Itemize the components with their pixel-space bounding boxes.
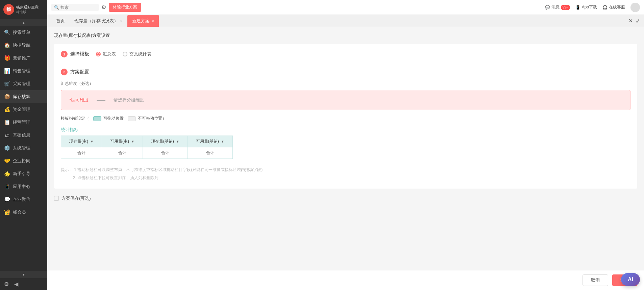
- inventory-icon: 📦: [4, 94, 10, 100]
- sidebar-item-wechat[interactable]: 💬 企业微信: [0, 193, 47, 206]
- dimension-placeholder: 请选择分组维度: [114, 97, 144, 103]
- tab-inventory[interactable]: 现存量（库存状况表） ×: [70, 15, 127, 27]
- tab-inventory-close[interactable]: ×: [120, 19, 122, 23]
- step1-section: 1 选择模板 汇总表 交叉统计表: [61, 51, 630, 57]
- cancel-button[interactable]: 取消: [583, 274, 608, 286]
- stats-col-2[interactable]: 可用量(主) ▼: [102, 136, 143, 147]
- message-label: 消息: [551, 4, 560, 10]
- step2-title: 方案配置: [70, 69, 89, 75]
- radio-cross[interactable]: 交叉统计表: [123, 51, 151, 57]
- stats-col-3[interactable]: 现存量(基辅) ▼: [143, 136, 188, 147]
- sidebar-item-marketing[interactable]: 🎁 营销推广: [0, 52, 47, 65]
- draggable-indicator: 可拖动位置: [93, 116, 124, 121]
- sidebar-item-label: 新手引导: [13, 171, 30, 177]
- save-checkbox[interactable]: [54, 196, 59, 201]
- sidebar-item-guide[interactable]: 🌟 新手引导: [0, 167, 47, 180]
- sidebar-item-finance[interactable]: 💰 资金管理: [0, 103, 47, 116]
- stats-cell-1: 合计: [61, 147, 102, 159]
- tab-new-plan[interactable]: 新建方案 ×: [127, 15, 159, 27]
- sidebar-item-quick-nav[interactable]: 🏠 快捷导航: [0, 39, 47, 52]
- search-input[interactable]: [60, 5, 91, 10]
- operations-icon: 📋: [4, 119, 10, 125]
- sidebar-item-label: 库存核算: [13, 94, 30, 100]
- draggable-label: 可拖动位置: [103, 116, 124, 121]
- stats-table: 现存量(主) ▼ 可用量(主) ▼: [61, 136, 233, 159]
- topbar-right: 💬 消息 99+ 📱 App下载 🎧 在线客服: [545, 3, 640, 12]
- step1-title: 选择模板: [70, 51, 89, 57]
- tip-1: 1.拖动标题栏可以调整布局，不可跨维度或指标区域拖动栏目字段(只能在同一维度或指…: [74, 167, 263, 172]
- stats-cell-3: 合计: [143, 147, 188, 159]
- stats-col-3-label: 现存量(基辅): [151, 139, 174, 144]
- chevron-down-icon-4: ▼: [221, 140, 224, 143]
- page-content: 现存量(库存状况表)方案设置 1 选择模板 汇总表 交叉统计表: [47, 27, 644, 270]
- logo-icon: 畅: [3, 4, 14, 15]
- stats-col-1[interactable]: 现存量(主) ▼: [61, 136, 102, 147]
- stats-col-4[interactable]: 可用量(基辅) ▼: [188, 136, 232, 147]
- template-indicator-label: 模板指标设定（: [61, 116, 89, 121]
- sidebar-item-label: 企业协同: [13, 158, 30, 164]
- sidebar-item-label: 畅会员: [13, 209, 26, 215]
- stats-data-row: 合计 合计 合计 合计: [61, 147, 233, 159]
- sidebar-item-label: 资金管理: [13, 106, 30, 113]
- sidebar-item-purchase[interactable]: 🛒 采购管理: [0, 77, 47, 90]
- stats-title: 统计指标: [61, 127, 630, 133]
- industry-btn[interactable]: 体验行业方案: [109, 3, 141, 12]
- purchase-icon: 🛒: [4, 81, 10, 87]
- main-area: 🔍 ⚙ 体验行业方案 💬 消息 99+ 📱 App下载 🎧 在线客服 首页: [47, 0, 644, 290]
- settings-icon[interactable]: ⚙: [4, 281, 9, 287]
- sidebar-item-sales[interactable]: 📊 销售管理: [0, 65, 47, 77]
- ai-fab-button[interactable]: Ai: [621, 273, 640, 286]
- app-download-icon: 📱: [575, 5, 580, 10]
- tab-close-btn[interactable]: ✕: [628, 18, 633, 24]
- radio-cross-label: 交叉统计表: [129, 51, 151, 57]
- dimension-area[interactable]: *纵向维度 —— 请选择分组维度: [61, 90, 630, 110]
- guide-icon: 🌟: [4, 171, 10, 177]
- tab-home[interactable]: 首页: [51, 15, 70, 27]
- non-draggable-label: 不可拖动位置）: [138, 116, 166, 121]
- user-avatar[interactable]: [630, 3, 640, 12]
- stats-col-4-label: 可用量(基辅): [196, 139, 219, 144]
- topbar-settings-icon[interactable]: ⚙: [101, 4, 106, 10]
- sidebar-item-label: 系统管理: [13, 145, 30, 151]
- base-info-icon: 🗂: [4, 132, 10, 138]
- sidebar-item-label: 快捷导航: [13, 42, 30, 48]
- tabs-actions: ✕ ⤢: [628, 18, 640, 24]
- tip-2: 2. 点击标题栏下拉可设置排序、插入列和删除列: [61, 174, 630, 182]
- system-icon: ⚙️: [4, 145, 10, 151]
- sidebar-item-inventory[interactable]: 📦 库存核算: [0, 90, 47, 103]
- radio-summary[interactable]: 汇总表: [96, 51, 116, 57]
- member-icon: 👑: [4, 209, 10, 215]
- sidebar-item-system[interactable]: ⚙️ 系统管理: [0, 142, 47, 154]
- sidebar-item-app-center[interactable]: 📱 应用中心: [0, 180, 47, 193]
- sidebar-item-operations[interactable]: 📋 经营管理: [0, 116, 47, 129]
- tips-section: 提示： 1.拖动标题栏可以调整布局，不可跨维度或指标区域拖动栏目字段(只能在同一…: [61, 166, 630, 182]
- radio-summary-circle: [96, 52, 101, 56]
- section-divider: [61, 63, 630, 63]
- sidebar-item-label: 经营管理: [13, 119, 30, 125]
- sidebar-scroll-up[interactable]: ▲: [0, 19, 47, 26]
- app-download-btn[interactable]: 📱 App下载: [575, 4, 597, 10]
- tab-new-plan-close[interactable]: ×: [152, 19, 154, 23]
- step1-badge: 1: [61, 51, 68, 57]
- template-radio-group: 汇总表 交叉统计表: [96, 51, 151, 57]
- sales-icon: 📊: [4, 68, 10, 74]
- sidebar-bottom: ⚙ ◀: [0, 278, 47, 290]
- sidebar: 畅 畅康通好生意 标准版 ▲ 🔍 搜索菜单 🏠 快捷导航 🎁 营销推广 📊 销售…: [0, 0, 47, 290]
- sidebar-scroll-down[interactable]: ▼: [0, 271, 47, 278]
- tab-bar: 首页 现存量（库存状况表） × 新建方案 × ✕ ⤢: [47, 15, 644, 27]
- save-option: 方案保存(可选): [54, 195, 637, 201]
- collapse-icon[interactable]: ◀: [14, 281, 18, 287]
- online-service-btn[interactable]: 🎧 在线客服: [602, 4, 625, 10]
- sidebar-item-label: 营销推广: [13, 55, 30, 61]
- finance-icon: 💰: [4, 106, 10, 113]
- template-indicator: 模板指标设定（ 可拖动位置 不可拖动位置）: [61, 116, 630, 121]
- sidebar-item-enterprise[interactable]: 🤝 企业协同: [0, 154, 47, 167]
- message-btn[interactable]: 💬 消息 99+: [545, 4, 570, 10]
- sidebar-item-base-info[interactable]: 🗂 基础信息: [0, 129, 47, 142]
- bottom-bar: 取消 查询: [47, 270, 644, 290]
- sidebar-item-search-menu[interactable]: 🔍 搜索菜单: [0, 26, 47, 39]
- tab-expand-btn[interactable]: ⤢: [636, 18, 640, 24]
- sidebar-item-member[interactable]: 👑 畅会员: [0, 206, 47, 219]
- search-box[interactable]: 🔍: [51, 4, 99, 11]
- sidebar-item-label: 企业微信: [13, 196, 30, 202]
